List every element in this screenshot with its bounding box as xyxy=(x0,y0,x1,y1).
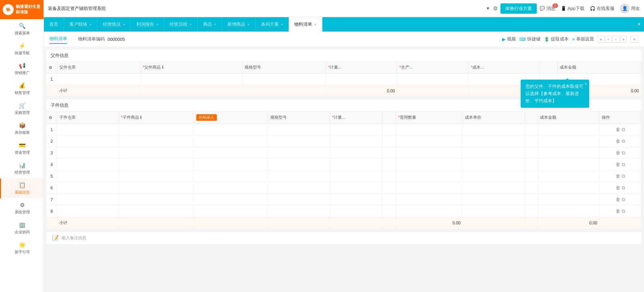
nav-first-button[interactable]: « xyxy=(597,36,604,43)
parent-row-1-goods[interactable] xyxy=(140,73,242,85)
nav-prev-button[interactable]: ‹ xyxy=(605,36,612,43)
delete-icon-3[interactable]: 🗑 xyxy=(616,150,620,156)
tab-home[interactable]: 首页 xyxy=(44,17,64,32)
sidebar-item-basic-info[interactable]: 📋 基础信息 xyxy=(0,178,44,198)
child-row-4-spec[interactable] xyxy=(268,159,330,171)
child-row-3-unit-cost[interactable] xyxy=(463,147,524,159)
child-row-1-qty[interactable] xyxy=(396,124,462,136)
child-row-2-spec[interactable] xyxy=(268,136,330,147)
tab-goods[interactable]: 商品 × xyxy=(198,17,222,32)
scan-button[interactable]: 扫码录入 xyxy=(196,114,217,121)
app-download-button[interactable]: 📱 App下载 xyxy=(561,5,584,12)
child-row-3-spec[interactable] xyxy=(268,147,330,159)
child-row-1-goods[interactable] xyxy=(119,124,194,136)
settings-icon[interactable]: ⚙ xyxy=(493,5,498,12)
child-row-6-goods[interactable] xyxy=(119,182,194,194)
child-row-2-qty[interactable] xyxy=(396,136,462,147)
doc-settings-action[interactable]: ≡ 单据设置 xyxy=(572,36,594,42)
delete-icon-5[interactable]: 🗑 xyxy=(616,173,620,179)
tab-new-goods[interactable]: 新增商品 × xyxy=(222,17,255,32)
child-row-5-spec[interactable] xyxy=(268,171,330,182)
tab-customer-close[interactable]: × xyxy=(89,22,91,26)
child-row-8-qty[interactable] xyxy=(396,206,462,217)
sidebar-item-purchase[interactable]: 🛒 采购管理 xyxy=(0,99,44,119)
child-row-8-unit-cost[interactable] xyxy=(463,206,524,217)
child-row-6-qty[interactable] xyxy=(396,182,462,194)
child-row-2-unit[interactable] xyxy=(330,136,383,147)
tab-goods-close[interactable]: × xyxy=(214,22,216,26)
child-row-4-warehouse[interactable] xyxy=(57,159,119,171)
child-row-1-warehouse[interactable] xyxy=(57,124,119,136)
delete-icon-4[interactable]: 🗑 xyxy=(616,162,620,167)
copy-icon-5[interactable]: ⧉ xyxy=(622,173,625,179)
nav-last-button[interactable]: » xyxy=(620,36,627,43)
parent-col-settings[interactable]: ⚙ xyxy=(47,62,57,73)
child-row-6-warehouse[interactable] xyxy=(57,182,119,194)
tab-customer[interactable]: 客户联络 × xyxy=(64,17,97,32)
child-row-1-unit-cost[interactable] xyxy=(463,124,524,136)
shortcut-action[interactable]: ⌨ 快捷键 xyxy=(519,36,541,42)
child-row-3-goods[interactable] xyxy=(119,147,194,159)
tab-profit-close[interactable]: × xyxy=(156,22,158,26)
nav-next-button[interactable]: › xyxy=(612,36,619,43)
tab-barcode[interactable]: 条码方案 × xyxy=(256,17,289,32)
delete-icon-7[interactable]: 🗑 xyxy=(616,197,620,202)
system-dropdown[interactable]: ▼ xyxy=(486,6,490,11)
child-row-4-unit[interactable] xyxy=(330,159,383,171)
grid-view-button[interactable]: ≡ xyxy=(630,36,639,43)
copy-icon-2[interactable]: ⧉ xyxy=(622,138,625,144)
message-button[interactable]: 💬 消息 6 xyxy=(540,5,555,12)
child-row-3-qty[interactable] xyxy=(396,147,462,159)
extract-cost-action[interactable]: 💲 提取成本 xyxy=(544,36,569,42)
online-service-button[interactable]: 🎧 在线客服 xyxy=(590,5,615,12)
delete-icon-1[interactable]: 🗑 xyxy=(616,127,620,132)
child-row-7-warehouse[interactable] xyxy=(57,194,119,206)
child-row-7-goods[interactable] xyxy=(119,194,194,206)
tab-new-goods-close[interactable]: × xyxy=(247,22,249,26)
child-row-2-warehouse[interactable] xyxy=(57,136,119,147)
sidebar-item-enterprise[interactable]: 🏢 企业协同 xyxy=(0,218,44,238)
child-row-8-spec[interactable] xyxy=(268,206,330,217)
child-row-2-unit-cost[interactable] xyxy=(463,136,524,147)
sidebar-item-finance[interactable]: 💳 资金管理 xyxy=(0,139,44,159)
child-col-settings[interactable]: ⚙ xyxy=(47,112,57,124)
copy-icon-8[interactable]: ⧉ xyxy=(622,208,625,214)
parent-row-1-spec[interactable] xyxy=(242,73,326,85)
sidebar-item-guide[interactable]: 🌟 新手引导 xyxy=(0,238,44,258)
child-row-1-spec[interactable] xyxy=(268,124,330,136)
delete-icon-8[interactable]: 🗑 xyxy=(616,208,620,214)
copy-icon-3[interactable]: ⧉ xyxy=(622,150,625,156)
parent-row-1-unit[interactable] xyxy=(326,73,397,85)
parent-row-1-warehouse[interactable] xyxy=(57,73,140,85)
child-row-7-qty[interactable] xyxy=(396,194,462,206)
child-row-1-unit[interactable] xyxy=(330,124,383,136)
child-row-2-goods[interactable] xyxy=(119,136,194,147)
copy-icon-7[interactable]: ⧉ xyxy=(622,197,625,202)
tab-profit[interactable]: 利润报告 × xyxy=(131,17,164,32)
tab-barcode-close[interactable]: × xyxy=(281,22,283,26)
child-row-5-warehouse[interactable] xyxy=(57,171,119,182)
tab-business-close[interactable]: × xyxy=(123,22,125,26)
tab-business[interactable]: 经营情况 × xyxy=(97,17,131,32)
sidebar-item-search[interactable]: 🔍 搜索菜单 xyxy=(0,19,44,39)
child-row-7-spec[interactable] xyxy=(268,194,330,206)
copy-icon-1[interactable]: ⧉ xyxy=(622,127,625,132)
child-row-6-spec[interactable] xyxy=(268,182,330,194)
user-avatar[interactable]: 👤 用友 xyxy=(620,4,640,13)
sidebar-item-sales[interactable]: 💰 销售管理 xyxy=(0,79,44,99)
child-row-4-goods[interactable] xyxy=(119,159,194,171)
sidebar-item-inventory[interactable]: 📦 库存核算 xyxy=(0,119,44,139)
child-row-5-unit[interactable] xyxy=(330,171,383,182)
delete-icon-2[interactable]: 🗑 xyxy=(616,138,620,144)
child-row-7-unit-cost[interactable] xyxy=(463,194,524,206)
child-row-8-goods[interactable] xyxy=(119,206,194,217)
child-row-4-qty[interactable] xyxy=(396,159,462,171)
tab-bom-close[interactable]: × xyxy=(314,22,316,26)
child-row-5-qty[interactable] xyxy=(396,171,462,182)
child-row-8-unit[interactable] xyxy=(330,206,383,217)
trial-button[interactable]: 体验行业方案 xyxy=(500,3,537,14)
child-row-4-unit-cost[interactable] xyxy=(463,159,524,171)
note-placeholder[interactable]: 输入备注信息 xyxy=(62,235,86,241)
tab-bom[interactable]: 物料清单 × xyxy=(289,17,322,32)
child-row-8-warehouse[interactable] xyxy=(57,206,119,217)
